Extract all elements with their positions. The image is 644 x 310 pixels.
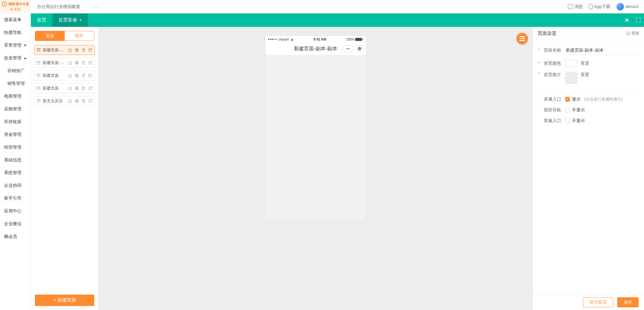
canvas-area: chanjet ▲ 9:41 AM 100% 新建页面-副本-副本	[99, 27, 533, 310]
nav-onboarding[interactable]: 新手引导	[0, 192, 31, 205]
delete-icon[interactable]	[81, 48, 86, 52]
field-label: 客服入口	[544, 118, 562, 124]
user-menu[interactable]: demo2	[616, 3, 639, 10]
home-icon[interactable]	[68, 60, 72, 65]
open-icon[interactable]	[88, 60, 93, 65]
save-button[interactable]: 保存	[617, 297, 639, 307]
drag-handle-icon[interactable]	[37, 99, 41, 103]
topbar-right: 消息 App下载 demo2	[568, 3, 644, 10]
nav-wholesale[interactable]: 批发管理	[0, 52, 31, 64]
page-item[interactable]: 昊天文具店	[34, 96, 95, 106]
nav-finance[interactable]: 资金管理	[0, 128, 31, 141]
open-icon[interactable]	[88, 99, 93, 103]
nav-wechat-work[interactable]: 企业微信	[0, 217, 31, 230]
canvas-menu-fab[interactable]	[517, 33, 528, 44]
field-bg-color: * 背景颜色 重置	[538, 60, 639, 67]
tab-label: 首页装修	[58, 17, 77, 23]
page-item[interactable]: 新建页面-副本…	[34, 45, 95, 55]
nav-wholesale-sales[interactable]: 销售管理	[0, 77, 31, 90]
nav-system[interactable]: 系统管理	[0, 166, 31, 179]
bg-image-picker[interactable]	[565, 72, 577, 84]
page-item[interactable]: 新建页面-副本	[34, 58, 95, 68]
page-item[interactable]: 新建页面	[34, 70, 95, 81]
tab-label: 首页	[37, 17, 46, 23]
svg-rect-3	[75, 61, 77, 63]
bg-color-reset[interactable]: 重置	[581, 60, 589, 66]
messages-button[interactable]: 消息	[568, 4, 583, 10]
drag-handle-icon[interactable]	[37, 61, 41, 64]
page-item[interactable]: 新建页面	[34, 83, 95, 93]
content-column: 首页 首页装修 × 页面 组件	[31, 13, 644, 310]
settings-footer: 设为首页 保存	[533, 294, 644, 310]
nav-collab[interactable]: 企业协同	[0, 179, 31, 192]
delete-icon[interactable]	[81, 99, 86, 103]
nav-basic-info[interactable]: 基础信息	[0, 154, 31, 166]
fullscreen-toggle[interactable]	[633, 18, 644, 22]
open-icon[interactable]	[88, 86, 93, 91]
svg-rect-0	[76, 49, 78, 52]
play-icon	[626, 32, 630, 36]
copy-icon[interactable]	[74, 48, 79, 52]
drag-handle-icon[interactable]	[37, 87, 41, 90]
message-icon	[568, 4, 573, 9]
video-help-button[interactable]: 视频	[626, 31, 639, 36]
brand-block[interactable]: 畅捷通好生意 标准版	[0, 0, 31, 13]
phone-body[interactable]	[265, 55, 366, 218]
app-download-button[interactable]: App下载	[589, 4, 610, 10]
nav-app-center[interactable]: 应用中心	[0, 205, 31, 217]
bottom-nav-checkbox[interactable]: 不显示	[565, 107, 585, 113]
field-service-entry: 客服入口 不显示	[538, 118, 639, 124]
workspace: 页面 组件 新建页面-副本…	[31, 27, 644, 310]
copy-icon[interactable]	[74, 99, 79, 103]
settings-panel: 页面设置 视频 * 页面名称 *	[533, 27, 644, 310]
home-icon[interactable]	[68, 99, 72, 103]
settings-title: 页面设置	[538, 31, 556, 37]
copy-icon[interactable]	[74, 86, 79, 91]
nav-search-menu[interactable]: 搜索菜单	[0, 13, 31, 26]
nav-label: 批发管理	[4, 55, 21, 61]
field-live-entry: 直播入口 显示 (仅当进行直播时展示)	[538, 96, 639, 102]
nav-quick-nav[interactable]: 快捷导航	[0, 26, 31, 39]
delete-icon[interactable]	[81, 60, 86, 65]
nav-retail[interactable]: 零售管理	[0, 39, 31, 52]
open-icon[interactable]	[88, 48, 93, 52]
delete-icon[interactable]	[81, 86, 86, 91]
page-name-input[interactable]	[565, 46, 639, 55]
bg-color-swatch[interactable]	[565, 60, 577, 67]
drag-handle-icon[interactable]	[37, 48, 41, 52]
bg-image-reset[interactable]: 重置	[581, 72, 589, 78]
tab-home[interactable]: 首页	[31, 13, 52, 27]
nav-label: 系统管理	[4, 170, 21, 176]
nav-ecommerce[interactable]: 电商管理	[0, 90, 31, 103]
left-nav: 搜索菜单 快捷导航 零售管理 批发管理 营销推广 销售管理 电商管理 采购管理 …	[0, 13, 31, 310]
seg-page-tab[interactable]: 页面	[35, 31, 65, 41]
close-all-tabs[interactable]	[621, 18, 633, 22]
new-page-button[interactable]: + 新建页面	[35, 295, 94, 306]
open-icon[interactable]	[88, 73, 93, 78]
nav-label: 畅会员	[4, 234, 17, 240]
tab-close-icon[interactable]: ×	[79, 17, 82, 23]
nav-inventory[interactable]: 库存核算	[0, 115, 31, 128]
nav-operations[interactable]: 经营管理	[0, 141, 31, 154]
tab-home-decor[interactable]: 首页装修 ×	[52, 13, 88, 27]
set-home-button[interactable]: 设为首页	[583, 297, 613, 307]
svg-rect-1	[75, 48, 77, 51]
copy-icon[interactable]	[74, 73, 79, 78]
delete-icon[interactable]	[81, 73, 86, 78]
nav-purchase[interactable]: 采购管理	[0, 103, 31, 115]
home-icon[interactable]	[68, 73, 72, 78]
live-entry-checkbox[interactable]: 显示	[565, 96, 581, 102]
drag-handle-icon[interactable]	[37, 74, 41, 77]
nav-wholesale-marketing[interactable]: 营销推广	[0, 64, 31, 77]
org-dropdown[interactable]: 办公用品行业模拟账套	[35, 2, 99, 12]
nav-member[interactable]: 畅会员	[0, 230, 31, 243]
miniprog-close-icon	[356, 45, 363, 52]
home-icon[interactable]	[68, 48, 72, 52]
home-icon[interactable]	[68, 86, 72, 91]
page-list: 新建页面-副本… 新建页面-副本	[31, 45, 98, 291]
copy-icon[interactable]	[74, 60, 79, 65]
seg-component-tab[interactable]: 组件	[65, 31, 94, 41]
phone-preview: chanjet ▲ 9:41 AM 100% 新建页面-副本-副本	[265, 36, 366, 219]
nav-label: 搜索菜单	[4, 17, 21, 23]
service-entry-checkbox[interactable]: 不显示	[565, 118, 585, 124]
